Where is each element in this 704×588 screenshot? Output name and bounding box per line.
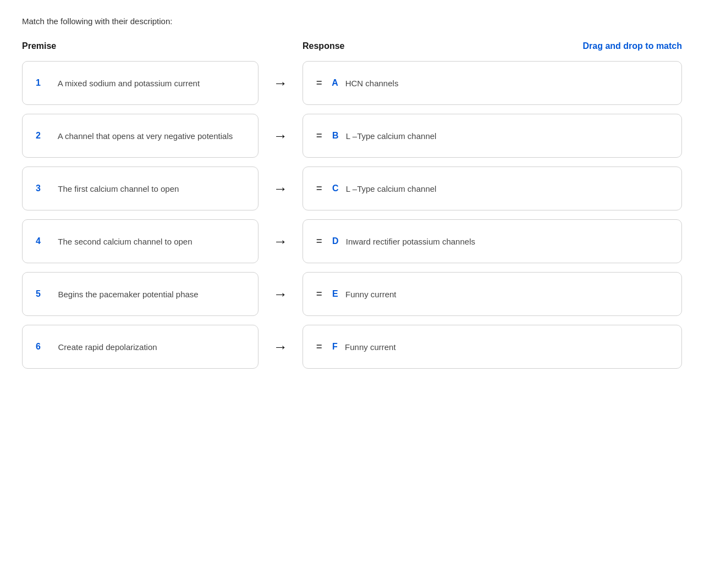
premise-number: 5 <box>36 289 51 299</box>
response-card[interactable]: = B L –Type calcium channel <box>302 114 682 158</box>
response-text: L –Type calcium channel <box>346 131 437 141</box>
premise-card[interactable]: 2 A channel that opens at very negative … <box>22 114 258 158</box>
premise-number: 3 <box>36 184 51 193</box>
arrow-icon: → <box>258 180 302 197</box>
response-card[interactable]: = A HCN channels <box>302 61 682 105</box>
premise-header: Premise <box>22 41 56 51</box>
drag-header: Drag and drop to match <box>583 41 682 51</box>
premise-text: Create rapid depolarization <box>51 341 157 353</box>
response-header: Response <box>302 41 344 51</box>
premise-card[interactable]: 3 The first calcium channel to open <box>22 167 258 210</box>
premise-text: The second calcium channel to open <box>51 236 193 247</box>
match-row: 2 A channel that opens at very negative … <box>22 114 682 158</box>
response-letter: E <box>330 289 345 299</box>
arrow-icon: → <box>258 233 302 250</box>
drag-handle-icon: = <box>316 77 322 89</box>
match-row: 5 Begins the pacemaker potential phase →… <box>22 272 682 316</box>
premise-card[interactable]: 4 The second calcium channel to open <box>22 219 258 263</box>
response-letter: C <box>330 184 346 193</box>
response-text: Funny current <box>345 290 397 299</box>
premise-text: A channel that opens at very negative po… <box>51 130 233 142</box>
response-card[interactable]: = E Funny current <box>302 272 682 316</box>
response-letter: B <box>330 131 346 141</box>
drag-handle-icon: = <box>316 341 322 353</box>
response-text: Inward rectifier potassium channels <box>346 237 475 246</box>
match-row: 1 A mixed sodium and potassium current →… <box>22 61 682 105</box>
response-card[interactable]: = D Inward rectifier potassium channels <box>302 219 682 263</box>
premise-text: The first calcium channel to open <box>51 183 179 195</box>
drag-handle-icon: = <box>316 130 322 142</box>
column-headers: Premise Response Drag and drop to match <box>22 41 682 51</box>
match-row: 4 The second calcium channel to open → =… <box>22 219 682 263</box>
response-card[interactable]: = F Funny current <box>302 325 682 369</box>
arrow-icon: → <box>258 339 302 356</box>
response-text: L –Type calcium channel <box>346 184 437 193</box>
response-text: HCN channels <box>345 79 399 88</box>
premise-card[interactable]: 6 Create rapid depolarization <box>22 325 258 369</box>
response-letter: F <box>330 342 345 352</box>
instructions-text: Match the following with their descripti… <box>22 16 682 26</box>
response-letter: D <box>330 236 346 246</box>
match-row: 6 Create rapid depolarization → = F Funn… <box>22 325 682 369</box>
drag-handle-icon: = <box>316 236 322 247</box>
arrow-icon: → <box>258 127 302 145</box>
drag-handle-icon: = <box>316 289 322 300</box>
response-letter: A <box>330 78 345 88</box>
response-text: Funny current <box>345 342 396 352</box>
premise-number: 1 <box>36 78 51 88</box>
premise-text: A mixed sodium and potassium current <box>51 77 200 89</box>
match-row: 3 The first calcium channel to open → = … <box>22 167 682 210</box>
premise-number: 2 <box>36 131 51 141</box>
arrow-icon: → <box>258 286 302 303</box>
response-card[interactable]: = C L –Type calcium channel <box>302 167 682 210</box>
drag-handle-icon: = <box>316 183 322 195</box>
arrow-icon: → <box>258 75 302 92</box>
premise-number: 4 <box>36 236 51 246</box>
premise-number: 6 <box>36 342 51 352</box>
premise-card[interactable]: 1 A mixed sodium and potassium current <box>22 61 258 105</box>
premise-text: Begins the pacemaker potential phase <box>51 289 199 300</box>
premise-card[interactable]: 5 Begins the pacemaker potential phase <box>22 272 258 316</box>
match-rows-container: 1 A mixed sodium and potassium current →… <box>22 61 682 369</box>
